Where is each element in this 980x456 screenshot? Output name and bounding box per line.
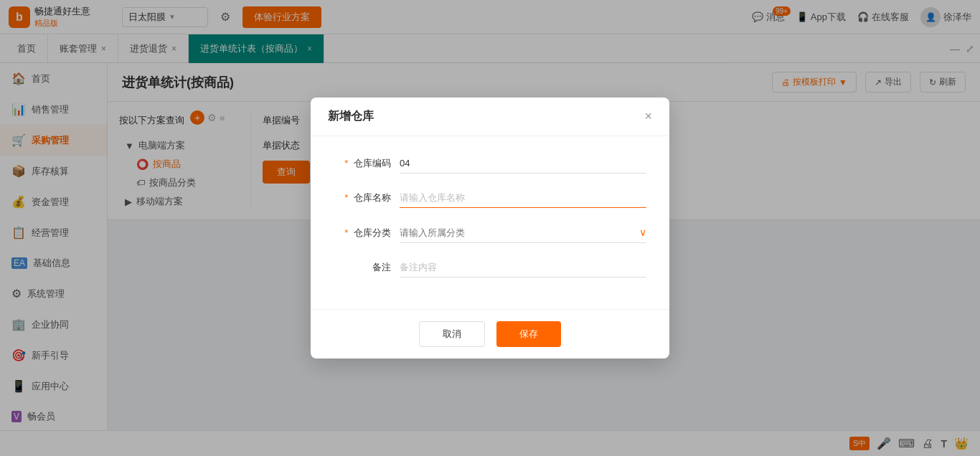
required-mark: *: [344, 192, 348, 203]
remark-label: 备注: [334, 261, 391, 274]
modal-overlay: 新增仓库 × * 仓库编码 * 仓库名称: [0, 0, 980, 456]
modal-header: 新增仓库 ×: [311, 98, 669, 136]
name-label: * 仓库名称: [334, 191, 391, 204]
form-row-remark: 备注: [334, 257, 646, 277]
modal-footer: 取消 保存: [311, 309, 669, 358]
modal-body: * 仓库编码 * 仓库名称 * 仓库分类: [311, 136, 669, 309]
code-input[interactable]: [400, 153, 646, 174]
save-button[interactable]: 保存: [496, 321, 561, 347]
remark-input[interactable]: [400, 257, 646, 277]
code-label: * 仓库编码: [334, 157, 391, 170]
name-input[interactable]: [400, 188, 646, 208]
required-mark: *: [344, 227, 348, 238]
modal-close-button[interactable]: ×: [644, 109, 652, 124]
category-label: * 仓库分类: [334, 227, 391, 239]
form-row-name: * 仓库名称: [334, 188, 646, 208]
required-mark: *: [344, 158, 348, 168]
cancel-button[interactable]: 取消: [419, 321, 485, 347]
category-select[interactable]: ∨: [400, 222, 646, 243]
form-row-category: * 仓库分类 ∨: [334, 222, 646, 243]
category-input[interactable]: [400, 227, 639, 238]
form-row-code: * 仓库编码: [334, 153, 646, 174]
new-warehouse-modal: 新增仓库 × * 仓库编码 * 仓库名称: [311, 98, 669, 358]
chevron-down-icon: ∨: [639, 227, 646, 238]
modal-title: 新增仓库: [328, 109, 374, 124]
